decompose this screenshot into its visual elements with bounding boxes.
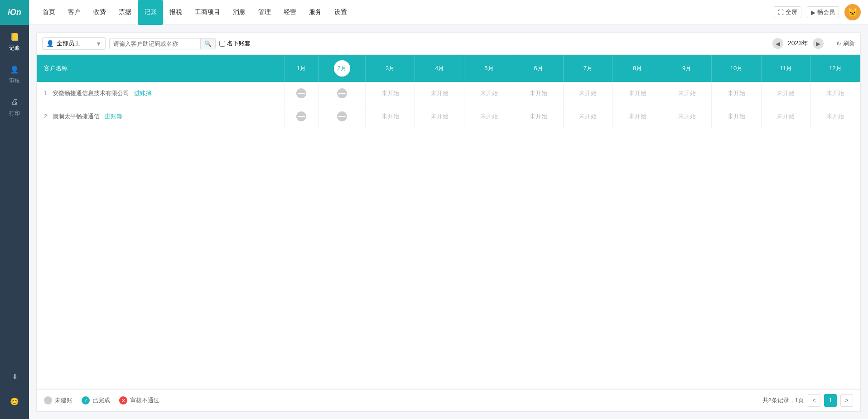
download-icon: ⬇ bbox=[8, 370, 21, 383]
employee-icon: 👤 bbox=[46, 40, 54, 47]
employee-select[interactable]: 👤 全部员工 ▼ bbox=[42, 37, 106, 50]
col-header-m1: 1月 bbox=[284, 55, 318, 82]
cell-m10: 未开始 bbox=[712, 82, 761, 105]
search-input[interactable] bbox=[110, 39, 200, 49]
table-body: 1 安徽畅捷通信息技术有限公司 进账簿——未开始未开始未开始未开始未开始未开始未… bbox=[37, 82, 860, 128]
customer-name: 澳澜太平畅捷通信 bbox=[53, 113, 100, 120]
cell-m3: 未开始 bbox=[365, 82, 415, 105]
col-header-name: 客户名称 bbox=[37, 55, 284, 82]
enter-ledger-link[interactable]: 进账簿 bbox=[134, 90, 152, 96]
nav-tax[interactable]: 报税 bbox=[163, 0, 188, 25]
cell-m2: — bbox=[318, 82, 365, 105]
status-dash-icon: — bbox=[296, 111, 306, 121]
col-header-m8: 8月 bbox=[612, 55, 662, 82]
footer: 未建账 已完成 审核不通过 共2条记录，1页 < 1 > bbox=[36, 389, 861, 412]
status-not-started: 未开始 bbox=[431, 113, 448, 120]
fullscreen-button[interactable]: ⛶ 全屏 bbox=[774, 6, 801, 18]
refresh-button[interactable]: ↻ 刷新 bbox=[836, 39, 855, 48]
sidebar-item-download[interactable]: ⬇ bbox=[0, 365, 29, 390]
status-not-started: 未开始 bbox=[530, 113, 547, 120]
checkbox-minxia[interactable]: 名下账套 bbox=[219, 39, 251, 48]
nav-bookkeeping[interactable]: 记账 bbox=[138, 0, 163, 25]
status-dash-icon: — bbox=[337, 88, 347, 98]
sidebar-item-print[interactable]: 🖨 打印 bbox=[0, 90, 29, 123]
cell-m7: 未开始 bbox=[563, 105, 612, 128]
nav-billing[interactable]: 收费 bbox=[87, 0, 112, 25]
year-label: 2023年 bbox=[788, 39, 808, 48]
minxia-checkbox[interactable] bbox=[219, 41, 225, 47]
nav-message[interactable]: 消息 bbox=[227, 0, 252, 25]
topnav-right: ⛶ 全屏 ▶ 畅会员 🐱 bbox=[774, 4, 861, 20]
page-current-button[interactable]: 1 bbox=[824, 394, 837, 407]
print-icon: 🖨 bbox=[8, 96, 21, 108]
status-not-started: 未开始 bbox=[480, 113, 498, 120]
data-table: 客户名称 1月 2月 3月 4月 5月 6月 7月 8月 9月 10月 11月 bbox=[37, 55, 860, 128]
bookkeeping-icon: 📒 bbox=[8, 30, 21, 43]
cell-m3: 未开始 bbox=[365, 105, 415, 128]
legend-dot-teal bbox=[82, 396, 90, 405]
search-button[interactable]: 🔍 bbox=[200, 39, 215, 49]
col-header-m9: 9月 bbox=[662, 55, 712, 82]
nav-home[interactable]: 首页 bbox=[36, 0, 62, 25]
nav-customer[interactable]: 客户 bbox=[62, 0, 87, 25]
status-not-started: 未开始 bbox=[629, 90, 646, 96]
support-icon: 😊 bbox=[8, 395, 21, 408]
dropdown-arrow-icon: ▼ bbox=[96, 40, 101, 47]
search-wrap: 🔍 bbox=[109, 38, 216, 49]
avatar[interactable]: 🐱 bbox=[844, 4, 861, 20]
sidebar-item-support[interactable]: 😊 bbox=[0, 390, 29, 414]
cell-m9: 未开始 bbox=[662, 105, 712, 128]
nav-settings[interactable]: 设置 bbox=[328, 0, 353, 25]
status-not-started: 未开始 bbox=[629, 113, 646, 120]
member-icon: ▶ bbox=[811, 9, 815, 16]
member-button[interactable]: ▶ 畅会员 bbox=[807, 6, 839, 18]
nav-manage[interactable]: 管理 bbox=[252, 0, 277, 25]
enter-ledger-link[interactable]: 进账簿 bbox=[105, 113, 122, 120]
col-header-m6: 6月 bbox=[514, 55, 563, 82]
year-prev-button[interactable]: ◀ bbox=[772, 38, 783, 49]
main-layout: 首页 客户 收费 票据 记账 报税 工商项目 消息 管理 经营 服务 设置 ⛶ … bbox=[29, 0, 868, 419]
col-header-m10: 10月 bbox=[712, 55, 761, 82]
nav-operation[interactable]: 经营 bbox=[277, 0, 303, 25]
table-row: 2 澳澜太平畅捷通信 进账簿——未开始未开始未开始未开始未开始未开始未开始未开始… bbox=[37, 105, 860, 128]
customer-name: 安徽畅捷通信息技术有限公司 bbox=[53, 90, 129, 96]
active-month-circle: 2月 bbox=[334, 60, 350, 77]
col-header-m11: 11月 bbox=[761, 55, 810, 82]
content: 👤 全部员工 ▼ 🔍 名下账套 ◀ 2023年 ▶ ↻ bbox=[29, 25, 868, 419]
status-not-started: 未开始 bbox=[431, 90, 448, 96]
cell-m6: 未开始 bbox=[514, 82, 563, 105]
status-not-started: 未开始 bbox=[826, 90, 844, 96]
cell-m2: — bbox=[318, 105, 365, 128]
row-num: 1 bbox=[44, 90, 47, 96]
nav-bizitem[interactable]: 工商项目 bbox=[188, 0, 227, 25]
cell-m6: 未开始 bbox=[514, 105, 563, 128]
cell-m11: 未开始 bbox=[761, 105, 810, 128]
page-next-button[interactable]: > bbox=[840, 394, 853, 407]
cell-name: 1 安徽畅捷通信息技术有限公司 进账簿 bbox=[37, 82, 284, 105]
pagination: 共2条记录，1页 < 1 > bbox=[762, 394, 853, 407]
status-not-started: 未开始 bbox=[381, 90, 399, 96]
table-wrap: 客户名称 1月 2月 3月 4月 5月 6月 7月 8月 9月 10月 11月 bbox=[36, 54, 861, 389]
col-header-m5: 5月 bbox=[464, 55, 514, 82]
nav-invoice[interactable]: 票据 bbox=[112, 0, 138, 25]
nav-service[interactable]: 服务 bbox=[303, 0, 328, 25]
year-next-button[interactable]: ▶ bbox=[813, 38, 824, 49]
col-header-m2: 2月 bbox=[318, 55, 365, 82]
status-not-started: 未开始 bbox=[777, 90, 795, 96]
sidebar-bottom: ⬇ 😊 bbox=[0, 365, 29, 419]
status-not-started: 未开始 bbox=[728, 90, 745, 96]
page-prev-button[interactable]: < bbox=[808, 394, 820, 407]
status-not-started: 未开始 bbox=[381, 113, 399, 120]
fullscreen-icon: ⛶ bbox=[778, 9, 784, 16]
sidebar-item-audit[interactable]: 👤 审核 bbox=[0, 58, 29, 90]
cell-m4: 未开始 bbox=[415, 82, 464, 105]
col-header-m3: 3月 bbox=[365, 55, 415, 82]
logo[interactable]: iOn bbox=[0, 0, 29, 25]
cell-m9: 未开始 bbox=[662, 82, 712, 105]
legend-completed: 已完成 bbox=[82, 396, 110, 405]
legend-not-created: 未建账 bbox=[44, 396, 72, 405]
table-header-row: 客户名称 1月 2月 3月 4月 5月 6月 7月 8月 9月 10月 11月 bbox=[37, 55, 860, 82]
legend-dot-grey bbox=[44, 396, 52, 405]
year-nav: ◀ 2023年 ▶ bbox=[772, 38, 824, 49]
sidebar-item-bookkeeping[interactable]: 📒 记账 bbox=[0, 25, 29, 58]
